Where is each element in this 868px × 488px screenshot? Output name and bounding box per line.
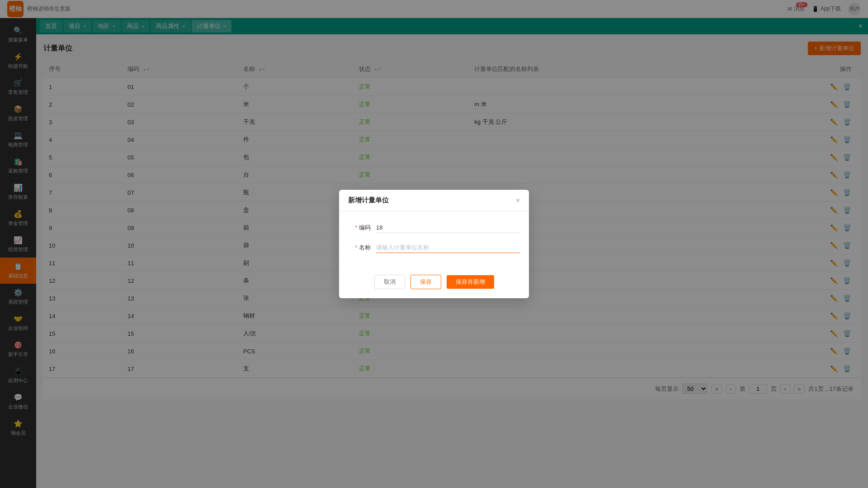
- save-and-new-button[interactable]: 保存并新增: [447, 275, 494, 289]
- cancel-button[interactable]: 取消: [374, 275, 405, 289]
- modal-overlay[interactable]: 新增计量单位 × * 编码 * 名称 取消 保存 保存并新增: [0, 0, 868, 488]
- name-input[interactable]: [376, 242, 520, 253]
- modal-close-button[interactable]: ×: [516, 197, 520, 205]
- name-label: * 名称: [348, 244, 371, 252]
- code-input[interactable]: [376, 222, 520, 233]
- modal-body: * 编码 * 名称: [339, 211, 529, 269]
- code-required-mark: *: [355, 224, 357, 231]
- form-row-name: * 名称: [348, 242, 520, 253]
- form-row-code: * 编码: [348, 222, 520, 233]
- modal-title: 新增计量单位: [348, 196, 389, 205]
- name-required-mark: *: [355, 244, 357, 251]
- add-unit-modal: 新增计量单位 × * 编码 * 名称 取消 保存 保存并新增: [339, 190, 529, 298]
- save-button[interactable]: 保存: [410, 275, 441, 289]
- modal-footer: 取消 保存 保存并新增: [339, 269, 529, 298]
- modal-header: 新增计量单位 ×: [339, 190, 529, 211]
- code-label: * 编码: [348, 224, 371, 232]
